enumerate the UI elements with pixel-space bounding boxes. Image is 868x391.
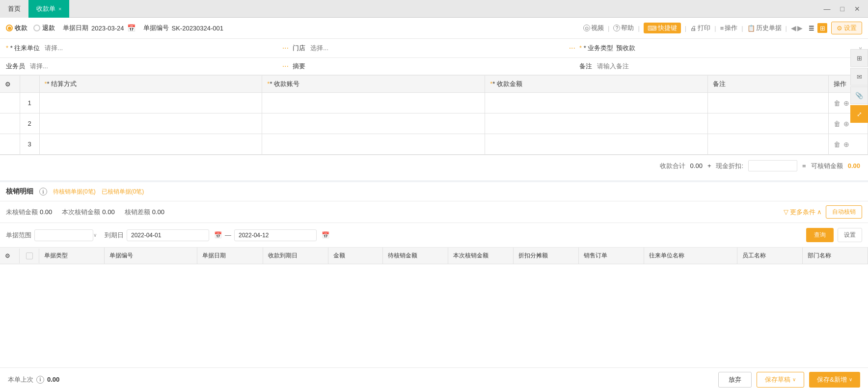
copy-icon-1[interactable]: ⊕	[843, 99, 849, 107]
query-btn[interactable]: 查询	[806, 228, 834, 242]
vendor-dots[interactable]: ···	[282, 44, 289, 52]
row-num-1: 1	[20, 93, 39, 113]
row-action-3: 🗑 ⊕	[829, 134, 868, 155]
close-btn[interactable]: ✕	[851, 4, 863, 14]
delete-icon-3[interactable]: 🗑	[834, 140, 841, 148]
due-date-from-input[interactable]	[127, 229, 209, 241]
header-nav: ◀ ▶	[791, 24, 803, 32]
minimize-btn[interactable]: —	[821, 4, 834, 14]
row-gear-2	[0, 113, 20, 134]
plus-sign: +	[707, 162, 711, 169]
radio-receipt[interactable]: 收款	[6, 24, 27, 32]
header-right-actions: ⊙ 视频 | ? 帮助 | ⌨ 快捷键 | 🖨 打印 | ≡ 操作	[583, 22, 862, 34]
row-account-2[interactable]	[262, 113, 485, 134]
vendor-input[interactable]	[43, 43, 279, 54]
due-calendar-from-icon[interactable]: 📅	[214, 231, 222, 239]
tab-home[interactable]: 首页	[0, 0, 28, 18]
verify-stats: 未核销金额 0.00 本次核销金额 0.00 核销差额 0.00 ▽ 更多条件 …	[0, 201, 868, 223]
row-gear-3	[0, 134, 20, 155]
rt-clip-btn[interactable]: 📎	[850, 86, 868, 104]
delete-icon-1[interactable]: 🗑	[834, 99, 841, 107]
row-settlement-1[interactable]	[39, 93, 262, 113]
net-value: 0.00	[848, 162, 860, 169]
help-btn[interactable]: ? 帮助	[613, 24, 634, 32]
radio-receipt-label: 收款	[15, 24, 27, 32]
list-icon-lines[interactable]: ☰	[807, 23, 816, 33]
filter-range-select[interactable]	[34, 229, 93, 241]
due-calendar-to-icon[interactable]: 📅	[322, 231, 329, 239]
auto-verify-btn[interactable]: 自动核销	[826, 205, 862, 219]
shortcut-btn[interactable]: ⌨ 快捷键	[644, 23, 681, 33]
operation-btn[interactable]: ≡ 操作	[720, 24, 738, 32]
salesman-dots[interactable]: ···	[282, 62, 289, 70]
summary-input[interactable]	[308, 61, 575, 72]
video-btn[interactable]: ⊙ 视频	[583, 24, 604, 32]
calendar-icon[interactable]: 📅	[127, 24, 136, 32]
store-input[interactable]	[308, 43, 566, 54]
store-dots[interactable]: ···	[569, 44, 575, 52]
collection-label: 收款合计	[660, 162, 685, 170]
salesman-label: 业务员	[6, 62, 25, 71]
history-btn[interactable]: 📋 历史单据	[747, 24, 782, 32]
radio-refund-dot	[33, 25, 40, 31]
row-remark-1[interactable]	[708, 93, 829, 113]
filter-right-actions: 查询 设置	[806, 228, 862, 242]
print-btn[interactable]: 🖨 打印	[690, 24, 710, 32]
vth-gear[interactable]: ⚙	[0, 249, 20, 263]
tab-active[interactable]: 收款单 ×	[28, 0, 69, 18]
rt-table-btn[interactable]: ⊞	[850, 49, 868, 67]
discount-input[interactable]	[748, 160, 797, 171]
row-amount-2[interactable]	[485, 113, 708, 134]
unverified-label: 未核销金额	[6, 208, 38, 217]
receipt-type-radio: 收款 退款	[6, 24, 55, 32]
save-new-btn[interactable]: 保存&新增 ∨	[809, 372, 860, 388]
row-settlement-3[interactable]	[39, 134, 262, 155]
completed-tab[interactable]: 已核销单据(0笔)	[102, 188, 144, 196]
list-icon-grid[interactable]: ⊞	[817, 23, 827, 33]
th-amount: ** 收款金额	[485, 76, 708, 93]
copy-icon-2[interactable]: ⊕	[843, 120, 849, 128]
row-remark-3[interactable]	[708, 134, 829, 155]
select-all-checkbox[interactable]	[26, 252, 33, 259]
more-conditions-btn[interactable]: ▽ 更多条件 ∧	[784, 208, 822, 217]
form-fields-row2: 业务员 ··· 摘要 备注	[0, 58, 868, 75]
nav-prev[interactable]: ◀	[791, 24, 796, 32]
settings-btn[interactable]: ⚙ 设置	[831, 22, 862, 34]
rt-expand-icon: ⤢	[857, 111, 862, 118]
th-remark: 备注	[708, 76, 829, 93]
gear-th[interactable]: ⚙	[0, 76, 20, 93]
filter-settings-btn[interactable]: 设置	[838, 228, 862, 242]
divider5: |	[741, 25, 743, 32]
biz-type-field: * * 业务类型 预收款 ∨	[579, 43, 862, 54]
abandon-btn[interactable]: 放弃	[718, 372, 752, 388]
maximize-btn[interactable]: □	[838, 4, 847, 14]
tab-close-icon[interactable]: ×	[58, 0, 61, 18]
current-verify-stat: 本次核销金额 0.00	[62, 208, 114, 217]
discount-label: 现金折扣:	[716, 162, 743, 170]
save-draft-btn[interactable]: 保存草稿 ∨	[757, 372, 804, 388]
pending-tab[interactable]: 待核销单据(0笔)	[53, 188, 96, 196]
row-remark-2[interactable]	[708, 113, 829, 134]
rt-mail-btn[interactable]: ✉	[850, 68, 868, 85]
unverified-stat: 未核销金额 0.00	[6, 208, 52, 217]
due-date-to-input[interactable]	[234, 229, 317, 241]
verify-info-icon[interactable]: ℹ	[39, 188, 47, 196]
row-num-3: 3	[20, 134, 39, 155]
remark-input[interactable]	[595, 61, 862, 72]
operation-icon: ≡	[720, 25, 724, 32]
collection-value: 0.00	[690, 162, 703, 169]
salesman-input[interactable]	[28, 61, 279, 72]
copy-icon-3[interactable]: ⊕	[843, 140, 849, 148]
row-num-2: 2	[20, 113, 39, 134]
remark-field: 备注	[579, 61, 862, 72]
delete-icon-2[interactable]: 🗑	[834, 120, 841, 128]
row-account-3[interactable]	[262, 134, 485, 155]
footer-info-icon[interactable]: ℹ	[36, 376, 44, 384]
radio-refund[interactable]: 退款	[33, 24, 55, 32]
row-account-1[interactable]	[262, 93, 485, 113]
row-amount-3[interactable]	[485, 134, 708, 155]
row-settlement-2[interactable]	[39, 113, 262, 134]
row-amount-1[interactable]	[485, 93, 708, 113]
rt-expand-btn[interactable]: ⤢	[850, 105, 868, 123]
nav-next[interactable]: ▶	[797, 24, 803, 32]
